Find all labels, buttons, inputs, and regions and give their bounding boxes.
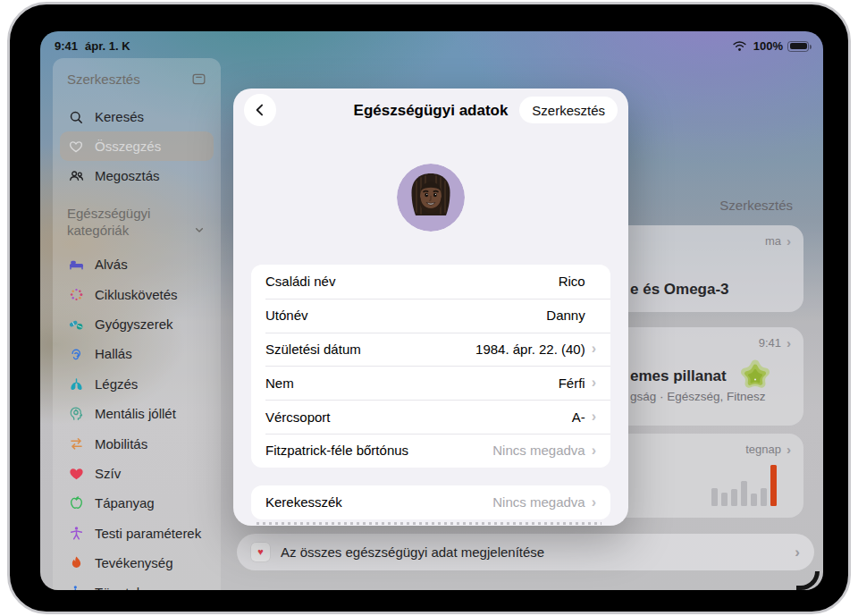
field-row-wheelchair[interactable]: Kerekesszék Nincs megadva › <box>251 485 610 519</box>
chevron-right-icon: › <box>592 409 596 424</box>
sidebar-edit-button[interactable]: Szerkesztés <box>67 72 140 87</box>
health-details-modal: Egészségügyi adatok Szerkesztés <box>233 89 628 526</box>
sidebar-item-medications[interactable]: Gyógyszerek <box>60 309 214 339</box>
cycle-dots-icon <box>67 285 85 303</box>
sidebar-item-body-measurements[interactable]: Testi paraméterek <box>60 519 214 548</box>
chevron-right-icon: › <box>795 544 800 561</box>
chevron-right-icon: › <box>592 342 596 356</box>
chevron-right-icon: › <box>786 443 791 455</box>
health-app-heart-icon: ♥ <box>251 543 270 561</box>
bed-icon <box>67 256 85 274</box>
sidebar-item-label: Szív <box>95 466 121 481</box>
show-all-label: Az összes egészségügyi adat megjelenítés… <box>281 544 784 560</box>
screen: 9:41 ápr. 1. K 100% Szerkesztés <box>40 31 823 590</box>
symptoms-icon <box>67 584 85 590</box>
date: ápr. 1. K <box>85 39 130 53</box>
field-row-fitzpatrick-skin-type[interactable]: Fitzpatrick-féle bőrtónus Nincs megadva … <box>251 434 610 468</box>
sidebar-item-heart[interactable]: Szív <box>60 459 214 488</box>
sidebar-item-label: Testi paraméterek <box>95 526 201 541</box>
field-row-date-of-birth[interactable]: Születési dátum 1984. ápr. 22. (40) › <box>251 333 610 367</box>
card-badge: tegnap <box>745 443 781 456</box>
sidebar-item-label: Megosztás <box>95 168 160 183</box>
clipped-footnote-text <box>257 522 601 526</box>
sidebar-item-label: Mobilitás <box>95 436 147 451</box>
wheelchair-card: Kerekesszék Nincs megadva › <box>251 485 610 519</box>
battery-icon <box>787 41 809 52</box>
field-row-blood-type[interactable]: Vércsoport A- › <box>251 400 610 434</box>
chevron-right-icon: › <box>592 495 596 510</box>
green-star-sticker <box>734 359 777 402</box>
sidebar-item-label: Légzés <box>95 376 138 392</box>
sidebar-item-label: Gyógyszerek <box>95 316 173 332</box>
sidebar-item-mental-wellbeing[interactable]: Mentális jóllét <box>60 399 214 428</box>
heart-icon <box>67 464 85 482</box>
sidebar-item-search[interactable]: Keresés <box>60 102 214 131</box>
sidebar-item-respiratory[interactable]: Légzés <box>60 369 214 399</box>
sidebar-item-cycle-tracking[interactable]: Cikluskövetés <box>60 279 214 308</box>
field-row-sex[interactable]: Nem Férfi › <box>251 366 610 400</box>
wifi-icon <box>731 40 749 52</box>
sidebar-item-activity[interactable]: Tevékenység <box>60 548 214 578</box>
card-title: e és Omega-3 <box>630 281 729 299</box>
chevron-right-icon: › <box>592 376 596 390</box>
lungs-icon <box>67 375 85 392</box>
ear-icon <box>67 345 85 363</box>
avatar[interactable] <box>397 164 465 232</box>
health-details-fields: Családi név Rico › Utónév Danny › Szület… <box>251 265 610 468</box>
field-row-first-name[interactable]: Utónév Danny › <box>251 299 610 333</box>
show-all-health-data-button[interactable]: ♥ Az összes egészségügyi adat megjelenít… <box>237 534 814 570</box>
chevron-right-icon: › <box>786 337 791 349</box>
sidebar-item-sharing[interactable]: Megosztás <box>60 161 214 190</box>
sidebar-item-label: Mentális jóllét <box>95 406 176 421</box>
mini-bar-chart <box>711 461 777 506</box>
chevron-right-icon: › <box>786 235 791 247</box>
ipad-health-app-screenshot: 9:41 ápr. 1. K 100% Szerkesztés <box>0 0 858 616</box>
sidebar-item-hearing[interactable]: Hallás <box>60 339 214 368</box>
apple-icon <box>67 494 85 512</box>
summary-edit-button[interactable]: Szerkesztés <box>719 198 793 213</box>
sidebar-item-label: Összegzés <box>95 139 161 154</box>
pills-icon <box>67 315 85 333</box>
sidebar-item-symptoms[interactable]: Tünetek <box>60 578 214 590</box>
heart-outline-icon <box>67 138 85 156</box>
clock: 9:41 <box>55 39 78 53</box>
sidebar-item-label: Tápanyag <box>95 495 155 511</box>
card-badge: 9:41 <box>759 336 781 350</box>
card-badge: ma <box>765 234 781 248</box>
chevron-right-icon: › <box>592 443 596 458</box>
sidebar-item-mobility[interactable]: Mobilitás <box>60 428 214 458</box>
sidebar-item-nutrition[interactable]: Tápanyag <box>60 488 214 518</box>
status-bar: 9:41 ápr. 1. K 100% <box>40 38 823 55</box>
flame-icon <box>67 554 85 572</box>
sidebar-item-label: Tünetek <box>95 585 143 590</box>
sidebar-item-label: Hallás <box>95 346 132 361</box>
field-row-last-name[interactable]: Családi név Rico › <box>251 265 610 299</box>
sidebar-item-label: Alvás <box>95 257 128 272</box>
sidebar-item-label: Cikluskövetés <box>95 287 178 302</box>
corner-arc-mark <box>796 571 820 590</box>
search-icon <box>67 108 85 126</box>
mobility-arrows-icon <box>67 435 85 452</box>
ipad-device-frame: 9:41 ápr. 1. K 100% Szerkesztés <box>7 2 851 614</box>
sidebar: Szerkesztés Keresés <box>53 58 221 590</box>
section-title: Egészségügyi kategóriák <box>67 205 165 239</box>
people-icon <box>67 167 85 185</box>
sidebar-item-summary[interactable]: Összegzés <box>60 131 214 161</box>
body-measure-icon <box>67 524 85 542</box>
sidebar-item-label: Keresés <box>95 109 144 124</box>
sidebar-section-header[interactable]: Egészségügyi kategóriák <box>53 190 221 242</box>
battery-percent: 100% <box>753 39 783 53</box>
mind-icon <box>67 405 85 423</box>
chevron-down-icon <box>190 221 208 239</box>
sidebar-item-sleep[interactable]: Alvás <box>60 249 214 279</box>
card-title: emes pillanat <box>630 367 727 385</box>
modal-edit-button[interactable]: Szerkesztés <box>519 97 618 123</box>
sidebar-item-label: Tevékenység <box>95 555 173 570</box>
sidebar-toggle-icon[interactable] <box>189 70 207 88</box>
